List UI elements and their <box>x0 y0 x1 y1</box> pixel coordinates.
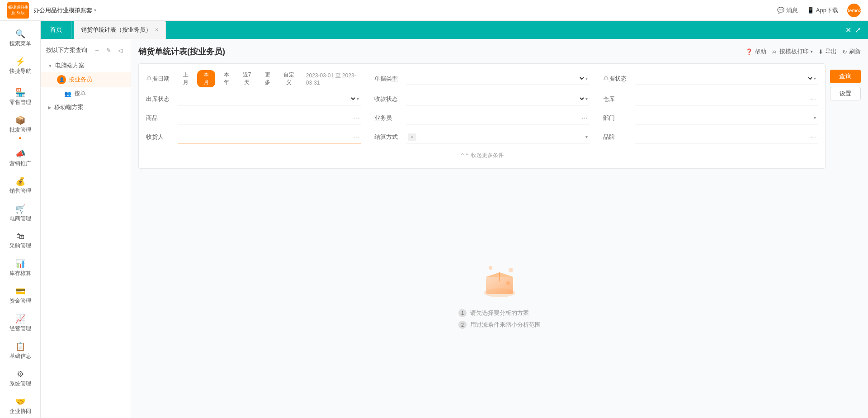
user-avatar-btn[interactable]: demo2 <box>847 4 861 17</box>
warehouse-dots-icon[interactable]: ··· <box>810 95 816 103</box>
goods-dots-icon[interactable]: ··· <box>353 114 359 122</box>
template-print-btn[interactable]: 🖨 按模板打印 ▾ <box>772 48 813 56</box>
consignee-dots-icon[interactable]: ··· <box>353 133 359 141</box>
search-icon: 🔍 <box>15 29 25 39</box>
query-buttons: 查询 设置 <box>830 63 861 174</box>
tree-item-mobile[interactable]: ▶ 移动端方案 <box>41 100 131 114</box>
help-btn[interactable]: ❓ 帮助 <box>745 48 766 56</box>
doctype-input[interactable]: ▾ <box>406 72 589 85</box>
date-btn-this-year[interactable]: 本年 <box>218 70 235 87</box>
sidebar-item-system[interactable]: ⚙ 系统管理 <box>0 365 40 392</box>
tab-close-window-btn[interactable]: ✕ <box>845 26 851 34</box>
sidebar-item-purchase[interactable]: 🛍 采购管理 <box>0 227 40 254</box>
sidebar-item-finance[interactable]: 💳 资金管理 <box>0 282 40 309</box>
sidebar-item-inventory[interactable]: 📊 库存核算 <box>0 254 40 282</box>
tab-active[interactable]: 销货单统计表（按业务员） × <box>74 21 166 39</box>
sidebar-item-operations[interactable]: 📈 经营管理 <box>0 309 40 337</box>
edit-scheme-btn[interactable]: ✎ <box>104 45 113 55</box>
filter-item-date: 单据日期 上月 本月 本年 近7天 更多 自定义 2023-03-01 至 20… <box>146 70 361 87</box>
breadcrumb: 办公用品行业模拟账套 ▾ <box>33 6 96 14</box>
department-dropdown-icon: ▾ <box>814 115 816 120</box>
right-panel: 销货单统计表(按业务员) ❓ 帮助 🖨 按模板打印 ▾ ⬇ <box>131 39 868 418</box>
purchase-icon: 🛍 <box>16 232 24 241</box>
collapse-panel-btn[interactable]: ◁ <box>115 45 125 55</box>
brand-label: 品牌 <box>603 133 635 141</box>
goods-input[interactable]: ··· <box>178 112 361 124</box>
sidebar: 🔍 搜索菜单 ⚡ 快捷导航 🏪 零售管理 📦 批发管理 ▲ 📣 营销推广 💰 销… <box>0 21 41 418</box>
paymentstatus-select[interactable] <box>408 95 585 103</box>
date-btn-more[interactable]: 更多 <box>259 70 276 87</box>
filter-item-consignee: 收货人 ··· <box>146 130 361 144</box>
retail-icon: 🏪 <box>15 88 25 98</box>
date-btn-7days[interactable]: 近7天 <box>237 70 256 87</box>
settlement-tag-close-btn[interactable]: × <box>410 134 413 140</box>
salesperson-label: 业务员 <box>374 114 406 122</box>
tab-bar: 首页 销货单统计表（按业务员） × ✕ ⤢ <box>41 21 868 39</box>
refresh-icon: ↻ <box>842 48 847 55</box>
tree-item-pc[interactable]: ▼ 电脑端方案 <box>41 59 131 72</box>
doctype-select[interactable] <box>408 75 585 82</box>
outstatus-select[interactable] <box>179 95 357 103</box>
left-panel-header: 按以下方案查询 ＋ ✎ ◁ <box>41 43 131 59</box>
tab-maximize-btn[interactable]: ⤢ <box>855 26 861 34</box>
brand-dots-icon[interactable]: ··· <box>810 133 816 141</box>
salesperson-dots-icon[interactable]: ··· <box>581 114 587 122</box>
empty-illustration <box>472 256 527 302</box>
paymentstatus-input[interactable]: ▾ <box>406 93 589 105</box>
wholesale-icon: 📦 <box>15 115 25 125</box>
department-label: 部门 <box>603 114 635 122</box>
sidebar-item-basic[interactable]: 📋 基础信息 <box>0 337 40 365</box>
docstatus-select[interactable] <box>637 75 814 82</box>
cooperation-icon: 🤝 <box>15 397 25 407</box>
message-btn[interactable]: 💬 消息 <box>777 6 798 14</box>
tree-sub-item-salesperson[interactable]: 👤 按业务员 <box>41 72 131 87</box>
company-name[interactable]: 办公用品行业模拟账套 <box>33 6 92 14</box>
docstatus-input[interactable]: ▾ <box>635 72 818 85</box>
inventory-icon: 📊 <box>15 259 25 269</box>
refresh-btn[interactable]: ↻ 刷新 <box>842 48 861 56</box>
sidebar-item-cooperation[interactable]: 🤝 企业协同 <box>0 392 40 418</box>
collapse-up-icon: ⌃⌃ <box>460 152 469 159</box>
outstatus-input[interactable]: ▾ <box>178 93 361 105</box>
settlement-tag: × <box>408 133 416 141</box>
date-filter: 上月 本月 本年 近7天 更多 自定义 2023-03-01 至 2023-03… <box>178 70 361 87</box>
sidebar-item-retail[interactable]: 🏪 零售管理 <box>0 83 40 111</box>
sidebar-item-wholesale[interactable]: 📦 批发管理 ▲ <box>0 111 40 144</box>
sidebar-item-sales[interactable]: 💰 销售管理 <box>0 172 40 200</box>
sidebar-item-search[interactable]: 🔍 搜索菜单 <box>0 24 40 52</box>
settlement-input[interactable]: × ▾ <box>406 131 589 143</box>
settings-btn[interactable]: 设置 <box>830 87 861 100</box>
salesperson-input[interactable]: ··· <box>406 112 589 124</box>
order-icon: 👥 <box>64 90 71 97</box>
tab-close-btn[interactable]: × <box>155 27 158 33</box>
department-input[interactable]: ▾ <box>635 112 818 124</box>
consignee-input[interactable]: ··· <box>178 131 361 143</box>
goods-label: 商品 <box>146 114 178 122</box>
date-btn-this-month[interactable]: 本月 <box>197 70 216 87</box>
date-btn-last-month[interactable]: 上月 <box>178 70 194 87</box>
date-btn-custom[interactable]: 自定义 <box>278 70 300 87</box>
tree-label-order: 按单 <box>74 90 86 98</box>
outstatus-label: 出库状态 <box>146 95 178 103</box>
add-scheme-btn[interactable]: ＋ <box>92 45 102 55</box>
print-icon: 🖨 <box>772 48 778 55</box>
marketing-icon: 📣 <box>15 149 25 159</box>
app-download-btn[interactable]: 📱 App下载 <box>807 6 838 14</box>
sidebar-item-marketing[interactable]: 📣 营销推广 <box>0 144 40 172</box>
tab-home[interactable]: 首页 <box>41 21 72 39</box>
left-panel-title: 按以下方案查询 <box>46 46 87 54</box>
warehouse-label: 仓库 <box>603 95 635 103</box>
header-left: 畅捷通好生意 标版 办公用品行业模拟账套 ▾ <box>7 2 96 19</box>
collapse-btn[interactable]: ⌃⌃ 收起更多条件 <box>460 152 504 159</box>
date-range-display: 2023-03-01 至 2023-03-31 <box>306 72 361 86</box>
page-title-row: 销货单统计表(按业务员) ❓ 帮助 🖨 按模板打印 ▾ ⬇ <box>138 46 861 57</box>
export-btn[interactable]: ⬇ 导出 <box>818 48 837 56</box>
brand-input[interactable]: ··· <box>635 131 818 143</box>
outstatus-dropdown-icon: ▾ <box>357 96 359 101</box>
sidebar-item-shortcut[interactable]: ⚡ 快捷导航 <box>0 52 40 80</box>
message-icon: 💬 <box>777 7 784 14</box>
query-btn[interactable]: 查询 <box>830 70 861 83</box>
tree-sub-item-order[interactable]: 👥 按单 <box>41 87 131 100</box>
sidebar-item-ecommerce[interactable]: 🛒 电商管理 <box>0 200 40 227</box>
warehouse-input[interactable]: ··· <box>635 93 818 105</box>
